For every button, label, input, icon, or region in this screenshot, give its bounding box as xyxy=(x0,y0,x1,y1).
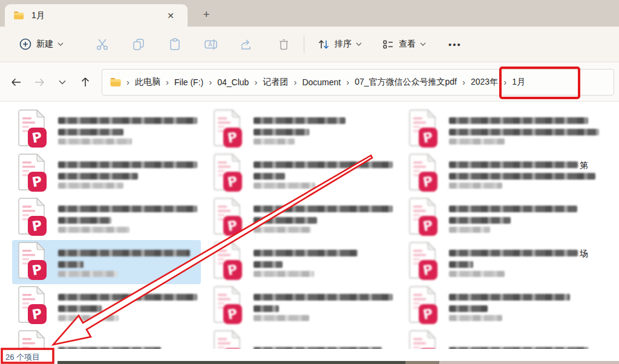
blurred-filename-line xyxy=(58,206,197,212)
breadcrumb-chevron-icon: › xyxy=(460,77,468,87)
blurred-file-meta-line xyxy=(449,271,505,277)
blurred-filename-line xyxy=(58,217,111,224)
file-list-item[interactable]: P xyxy=(403,328,592,349)
file-text-block xyxy=(58,345,197,349)
tab-title: 1月 xyxy=(31,10,162,21)
blurred-file-meta-line xyxy=(254,315,309,321)
tab-current-folder[interactable]: 1月 ✕ xyxy=(5,4,188,27)
file-list-item[interactable]: P xyxy=(12,108,201,152)
address-field[interactable]: ›此电脑›File (F:)›04_Club›记者团›Document›07_官… xyxy=(102,69,614,96)
more-options-button[interactable]: ••• xyxy=(441,39,469,50)
file-text-block xyxy=(449,115,588,145)
delete-button[interactable] xyxy=(271,37,296,51)
file-list-item[interactable]: P xyxy=(403,284,592,328)
file-list-item[interactable]: P xyxy=(208,328,396,349)
file-text-block xyxy=(254,345,393,349)
file-list-item[interactable]: P xyxy=(208,152,396,196)
file-list-item[interactable]: P xyxy=(208,284,396,328)
sort-icon xyxy=(317,37,330,51)
blurred-filename-line xyxy=(449,129,599,135)
file-text-block xyxy=(449,291,588,321)
new-button[interactable]: 新建 xyxy=(13,33,69,55)
wps-pdf-icon: P xyxy=(407,154,439,195)
file-list-item[interactable]: P xyxy=(12,328,201,349)
sort-button-label: 排序 xyxy=(335,39,352,50)
file-text-block xyxy=(254,291,393,321)
scissors-icon xyxy=(96,37,109,51)
file-list-item[interactable]: P xyxy=(12,284,201,328)
file-text-block xyxy=(254,115,393,145)
breadcrumb-item[interactable]: 04_Club xyxy=(214,75,252,89)
paste-button[interactable] xyxy=(162,37,188,51)
wps-pdf-icon: P xyxy=(407,330,439,349)
breadcrumb-item[interactable]: Document xyxy=(299,75,344,89)
cut-button[interactable] xyxy=(90,37,115,51)
blurred-file-meta-line xyxy=(254,183,315,189)
file-text-block xyxy=(58,291,197,321)
breadcrumb-item[interactable]: File (F:) xyxy=(171,75,206,89)
breadcrumb-chevron-icon: › xyxy=(124,77,132,87)
blurred-file-meta-line xyxy=(254,138,295,145)
file-explorer-window: 1月 ✕ + 新建 xyxy=(0,0,619,364)
file-list-item[interactable]: P xyxy=(208,196,396,240)
new-button-label: 新建 xyxy=(36,39,53,50)
breadcrumb-item[interactable]: 2023年 xyxy=(468,74,501,90)
view-button[interactable]: 查看 xyxy=(376,33,431,55)
wps-pdf-icon: P xyxy=(407,198,439,239)
share-button[interactable] xyxy=(234,37,259,51)
back-button[interactable] xyxy=(5,77,28,87)
file-list-item[interactable]: P xyxy=(403,108,592,152)
blurred-filename-line xyxy=(449,261,473,268)
tab-bar: 1月 ✕ + xyxy=(0,0,619,27)
arrow-left-icon xyxy=(11,77,22,87)
chevron-down-icon xyxy=(356,42,362,46)
file-list-item[interactable]: P 场 xyxy=(403,240,592,284)
file-list-item[interactable]: P xyxy=(12,152,201,196)
file-list-item[interactable]: P 第 xyxy=(403,152,592,196)
file-list-item[interactable]: P xyxy=(12,196,201,240)
blurred-filename-line xyxy=(254,305,279,312)
wps-pdf-icon: P xyxy=(16,286,48,327)
blurred-file-meta-line xyxy=(254,271,314,277)
blurred-file-meta-line xyxy=(58,227,129,233)
wps-pdf-icon: P xyxy=(211,286,244,327)
rename-button[interactable]: A xyxy=(198,37,224,51)
file-list-item[interactable]: P xyxy=(208,108,396,152)
file-text-block xyxy=(58,115,197,145)
blurred-file-meta-line xyxy=(449,227,490,233)
file-text-block xyxy=(58,159,197,189)
rename-icon: A xyxy=(204,37,218,51)
item-count-label: 26 个项目 xyxy=(5,352,40,363)
blurred-file-meta-line xyxy=(58,315,119,321)
file-text-block xyxy=(58,203,197,233)
recent-locations-button[interactable] xyxy=(51,80,74,85)
blurred-file-meta-line xyxy=(58,271,117,277)
blurred-file-meta-line xyxy=(449,315,502,321)
wps-pdf-icon: P xyxy=(211,154,244,195)
copy-button[interactable] xyxy=(126,37,151,51)
new-tab-button[interactable]: + xyxy=(197,6,215,23)
sort-button[interactable]: 排序 xyxy=(312,33,367,55)
blurred-file-meta-line xyxy=(58,183,123,189)
chevron-down-icon xyxy=(59,80,66,85)
breadcrumb-item[interactable]: 记者团 xyxy=(260,74,291,90)
view-icon xyxy=(381,37,395,51)
wps-pdf-icon: P xyxy=(16,154,48,195)
file-list-item[interactable]: P xyxy=(208,240,396,284)
blurred-filename-line xyxy=(254,206,393,212)
blurred-filename-line xyxy=(58,305,102,312)
blurred-filename-line xyxy=(449,250,578,256)
breadcrumb-chevron-icon: › xyxy=(206,77,214,87)
file-list-item[interactable]: P xyxy=(403,196,592,240)
up-button[interactable] xyxy=(74,77,97,88)
chevron-down-icon xyxy=(57,42,64,46)
breadcrumb-item[interactable]: 07_官方微信公众号推文pdf xyxy=(352,74,460,90)
forward-button[interactable] xyxy=(28,77,51,87)
breadcrumb-item[interactable]: 1月 xyxy=(509,74,528,90)
close-tab-icon[interactable]: ✕ xyxy=(162,10,179,22)
blurred-filename-line xyxy=(254,117,346,124)
blurred-file-meta-line xyxy=(58,138,132,145)
blurred-filename-line xyxy=(449,117,588,124)
file-list-item[interactable]: P xyxy=(12,240,201,284)
breadcrumb-item[interactable]: 此电脑 xyxy=(132,74,163,90)
